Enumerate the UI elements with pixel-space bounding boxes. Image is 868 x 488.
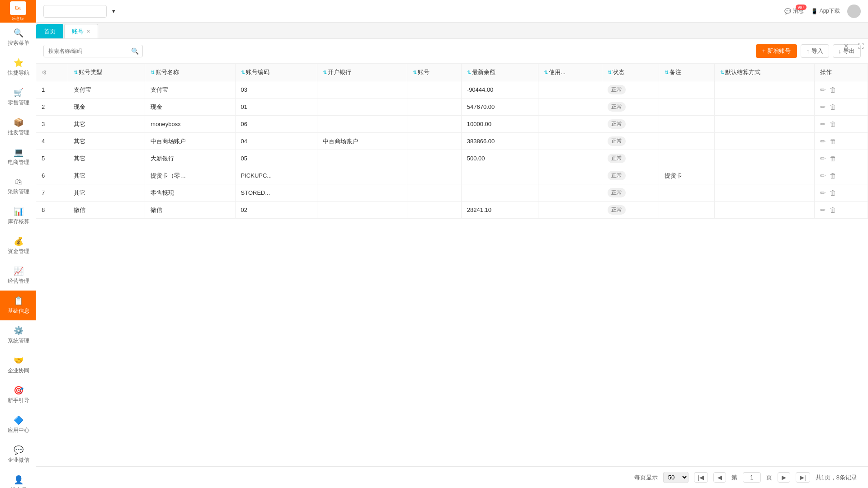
sidebar: Ea 乐意版 🔍 搜索菜单 ⭐ 快捷导航 🛒 零售管理 📦 批发管理 💻 电商管…	[0, 0, 36, 488]
tab-label-home: 首页	[44, 28, 56, 36]
next-page-button[interactable]: ▶	[778, 472, 790, 483]
delete-button[interactable]: 🗑	[830, 86, 836, 94]
sidebar-item-enterprise-wechat[interactable]: 💬 企业微信	[0, 440, 36, 469]
topbar-right: 💬 消息 99+ 📱 App下载	[784, 5, 861, 18]
sidebar-item-search-menu[interactable]: 🔍 搜索菜单	[0, 23, 36, 52]
avatar[interactable]	[847, 5, 861, 18]
edit-button[interactable]: ✏	[820, 206, 826, 214]
edit-button[interactable]: ✏	[820, 189, 826, 197]
cell-name: 零售抵现	[145, 184, 235, 202]
delete-button[interactable]: 🗑	[830, 137, 836, 145]
edit-button[interactable]: ✏	[820, 172, 826, 180]
delete-button[interactable]: 🗑	[830, 155, 836, 163]
action-buttons: ✏ 🗑	[820, 189, 862, 197]
topbar-search-input[interactable]	[43, 5, 107, 18]
sidebar-item-quick-nav[interactable]: ⭐ 快捷导航	[0, 52, 36, 82]
col-bank[interactable]: ⇅开户银行	[317, 64, 407, 81]
cell-name: 中百商场账户	[145, 133, 235, 150]
delete-button[interactable]: 🗑	[830, 103, 836, 111]
topbar-dropdown[interactable]: ▾	[112, 8, 115, 14]
cell-action[interactable]: ✏ 🗑	[814, 150, 868, 167]
delete-button[interactable]: 🗑	[830, 206, 836, 214]
sort-icon-bank: ⇅	[323, 70, 327, 75]
gear-icon[interactable]: ⚙	[42, 69, 47, 76]
sidebar-item-wholesale-mgmt[interactable]: 📦 批发管理	[0, 112, 36, 142]
search-input[interactable]	[44, 45, 127, 57]
sidebar-item-business-mgmt[interactable]: 📈 经营管理	[0, 261, 36, 291]
sidebar-item-basic-info[interactable]: 📋 基础信息	[0, 291, 36, 320]
cell-action[interactable]: ✏ 🗑	[814, 99, 868, 116]
status-badge: 正常	[608, 205, 626, 215]
topbar-left: ▾	[43, 5, 115, 18]
edit-button[interactable]: ✏	[820, 103, 826, 111]
message-badge: 99+	[796, 5, 806, 10]
sidebar-item-enterprise-agreement[interactable]: 🤝 企业协同	[0, 350, 36, 380]
sidebar-item-ecommerce-mgmt[interactable]: 💻 电商管理	[0, 142, 36, 172]
edit-button[interactable]: ✏	[820, 155, 826, 163]
per-page-select[interactable]: 50 20 100	[663, 472, 689, 483]
content-header: 🔍 + 新增账号 ↑ 导入 ↓ 导出	[36, 39, 868, 64]
cell-action[interactable]: ✏ 🗑	[814, 81, 868, 99]
edit-button[interactable]: ✏	[820, 86, 826, 94]
last-page-button[interactable]: ▶|	[796, 472, 810, 483]
cell-name: 支付宝	[145, 81, 235, 99]
close-window-button[interactable]: ✕	[839, 39, 854, 53]
col-code[interactable]: ⇅账号编码	[235, 64, 317, 81]
sidebar-item-member[interactable]: 👤 畅会员	[0, 469, 36, 488]
tab-close-account[interactable]: ✕	[86, 28, 90, 34]
newbie-guide-icon: 🎯	[14, 385, 24, 395]
cell-balance: 28241.10	[461, 202, 538, 219]
cell-action[interactable]: ✏ 🗑	[814, 116, 868, 133]
page-input[interactable]	[743, 472, 761, 483]
delete-button[interactable]: 🗑	[830, 172, 836, 180]
sidebar-item-newbie-guide[interactable]: 🎯 新手引导	[0, 380, 36, 410]
col-account[interactable]: ⇅账号	[407, 64, 461, 81]
tab-home[interactable]: 首页	[36, 24, 63, 38]
edit-button[interactable]: ✏	[820, 120, 826, 128]
cell-gear: 6	[36, 167, 68, 184]
maximize-window-button[interactable]: ⛶	[854, 39, 868, 53]
sidebar-item-retail-mgmt[interactable]: 🛒 零售管理	[0, 82, 36, 112]
sidebar-item-app-center[interactable]: 🔷 应用中心	[0, 410, 36, 440]
app-download-button[interactable]: 📱 App下载	[811, 7, 840, 15]
col-balance[interactable]: ⇅最新余额	[461, 64, 538, 81]
sidebar-item-inventory[interactable]: 📊 库存核算	[0, 201, 36, 231]
cell-action[interactable]: ✏ 🗑	[814, 184, 868, 202]
cell-usage	[538, 184, 602, 202]
cell-usage	[538, 167, 602, 184]
message-button[interactable]: 💬 消息 99+	[784, 7, 804, 15]
tab-account[interactable]: 账号✕	[64, 24, 98, 38]
delete-button[interactable]: 🗑	[830, 120, 836, 128]
col-settlement[interactable]: ⇅默认结算方式	[715, 64, 815, 81]
search-button[interactable]: 🔍	[127, 47, 142, 55]
sort-icon-remark: ⇅	[665, 70, 669, 75]
action-buttons: ✏ 🗑	[820, 155, 862, 163]
col-usage[interactable]: ⇅使用...	[538, 64, 602, 81]
cell-action[interactable]: ✏ 🗑	[814, 202, 868, 219]
add-account-button[interactable]: + 新增账号	[756, 44, 797, 58]
sort-icon-code: ⇅	[241, 70, 245, 75]
finance-mgmt-label: 资金管理	[8, 248, 29, 255]
cell-balance	[461, 167, 538, 184]
cell-account	[407, 167, 461, 184]
col-type[interactable]: ⇅账号类型	[68, 64, 145, 81]
sidebar-item-finance-mgmt[interactable]: 💰 资金管理	[0, 231, 36, 261]
sidebar-item-system-mgmt[interactable]: ⚙️ 系统管理	[0, 320, 36, 350]
app-logo: Ea 乐意版	[0, 0, 36, 23]
cell-usage	[538, 81, 602, 99]
col-remark[interactable]: ⇅备注	[659, 64, 715, 81]
col-status[interactable]: ⇅状态	[602, 64, 659, 81]
cell-remark	[659, 202, 715, 219]
col-action: 操作	[814, 64, 868, 81]
edit-button[interactable]: ✏	[820, 137, 826, 145]
cell-action[interactable]: ✏ 🗑	[814, 167, 868, 184]
cell-action[interactable]: ✏ 🗑	[814, 133, 868, 150]
action-buttons: ✏ 🗑	[820, 120, 862, 128]
col-name[interactable]: ⇅账号名称	[145, 64, 235, 81]
import-button[interactable]: ↑ 导入	[801, 44, 829, 58]
business-mgmt-label: 经营管理	[8, 277, 29, 285]
first-page-button[interactable]: |◀	[694, 472, 708, 483]
sidebar-item-purchase-mgmt[interactable]: 🛍 采购管理	[0, 172, 36, 201]
delete-button[interactable]: 🗑	[830, 189, 836, 197]
prev-page-button[interactable]: ◀	[713, 472, 726, 483]
